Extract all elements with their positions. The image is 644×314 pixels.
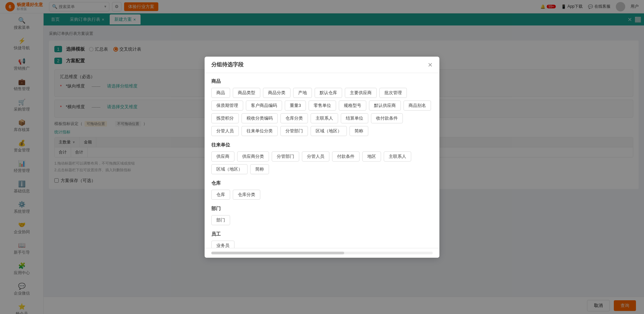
modal-section-department: 部门部门 xyxy=(211,206,433,225)
field-tag-product-22[interactable]: 分管部门 xyxy=(280,126,308,136)
field-tag-product-10[interactable]: 零售单位 xyxy=(309,101,336,111)
field-tag-product-20[interactable]: 分管人员 xyxy=(211,126,239,136)
modal-section-warehouse: 仓库仓库仓库分类 xyxy=(211,180,433,200)
field-tag-warehouse-1[interactable]: 仓库分类 xyxy=(233,190,260,200)
field-tag-product-15[interactable]: 税收分类编码 xyxy=(241,113,278,123)
field-grid-product: 商品商品类型商品分类产地默认仓库主要供应商批次管理保质期管理客户商品编码重量3零… xyxy=(211,88,433,136)
field-tag-product-13[interactable]: 商品别名 xyxy=(404,101,431,111)
modal-section-title-counterpart: 往来单位 xyxy=(211,142,433,148)
field-tag-product-7[interactable]: 保质期管理 xyxy=(211,101,243,111)
field-tag-product-0[interactable]: 商品 xyxy=(211,88,230,98)
modal-section-title-product: 商品 xyxy=(211,78,433,84)
modal-close-button[interactable]: ✕ xyxy=(428,61,433,69)
field-tag-product-6[interactable]: 批次管理 xyxy=(379,88,407,98)
field-grid-counterpart: 供应商供应商分类分管部门分管人员付款条件地区主联系人区域（地区）简称 xyxy=(211,151,433,174)
field-tag-product-9[interactable]: 重量3 xyxy=(285,101,306,111)
field-tag-counterpart-4[interactable]: 付款条件 xyxy=(332,151,360,162)
field-tag-counterpart-6[interactable]: 主联系人 xyxy=(384,151,411,162)
field-tag-product-5[interactable]: 主要供应商 xyxy=(345,88,377,98)
field-tag-product-8[interactable]: 客户商品编码 xyxy=(246,101,282,111)
field-tag-product-14[interactable]: 拣货积分 xyxy=(211,113,239,123)
field-tag-counterpart-0[interactable]: 供应商 xyxy=(211,151,234,162)
field-tag-product-24[interactable]: 简称 xyxy=(350,126,368,136)
modal-section-employee: 员工业务员 xyxy=(211,231,433,248)
field-tag-warehouse-0[interactable]: 仓库 xyxy=(211,190,230,200)
modal-header: 分组待选字段 ✕ xyxy=(205,57,439,73)
modal-section-title-department: 部门 xyxy=(211,206,433,212)
field-tag-product-16[interactable]: 仓库分类 xyxy=(280,113,308,123)
modal-section-title-employee: 员工 xyxy=(211,231,433,237)
field-tag-product-4[interactable]: 默认仓库 xyxy=(315,88,342,98)
field-grid-department: 部门 xyxy=(211,215,433,225)
field-tag-department-0[interactable]: 部门 xyxy=(211,215,230,225)
field-tag-product-18[interactable]: 结算单位 xyxy=(341,113,368,123)
field-tag-product-12[interactable]: 默认供应商 xyxy=(369,101,401,111)
field-tag-employee-0[interactable]: 业务员 xyxy=(211,241,234,248)
field-tag-product-11[interactable]: 规格型号 xyxy=(339,101,366,111)
field-grid-warehouse: 仓库仓库分类 xyxy=(211,190,433,200)
field-tag-counterpart-8[interactable]: 简称 xyxy=(250,164,269,174)
field-tag-counterpart-7[interactable]: 区域（地区） xyxy=(211,164,248,174)
field-tag-product-1[interactable]: 商品类型 xyxy=(233,88,260,98)
modal-title: 分组待选字段 xyxy=(211,61,244,68)
field-tag-product-21[interactable]: 往来单位分类 xyxy=(241,126,278,136)
modal-footer xyxy=(205,248,439,258)
modal-section-counterpart: 往来单位供应商供应商分类分管部门分管人员付款条件地区主联系人区域（地区）简称 xyxy=(211,142,433,174)
modal-overlay: 分组待选字段 ✕ 商品商品商品类型商品分类产地默认仓库主要供应商批次管理保质期管… xyxy=(0,0,644,314)
modal-section-title-warehouse: 仓库 xyxy=(211,180,433,186)
modal-dialog: 分组待选字段 ✕ 商品商品商品类型商品分类产地默认仓库主要供应商批次管理保质期管… xyxy=(205,57,439,258)
field-tag-counterpart-5[interactable]: 地区 xyxy=(362,151,381,162)
field-tag-counterpart-3[interactable]: 分管人员 xyxy=(302,151,329,162)
field-tag-product-2[interactable]: 商品分类 xyxy=(263,88,290,98)
modal-body[interactable]: 商品商品商品类型商品分类产地默认仓库主要供应商批次管理保质期管理客户商品编码重量… xyxy=(205,73,439,248)
field-tag-counterpart-1[interactable]: 供应商分类 xyxy=(237,151,269,162)
field-tag-product-17[interactable]: 主联系人 xyxy=(311,113,338,123)
field-tag-counterpart-2[interactable]: 分管部门 xyxy=(272,151,299,162)
field-grid-employee: 业务员 xyxy=(211,241,433,248)
field-tag-product-3[interactable]: 产地 xyxy=(293,88,312,98)
modal-section-product: 商品商品商品类型商品分类产地默认仓库主要供应商批次管理保质期管理客户商品编码重量… xyxy=(211,78,433,136)
field-tag-product-19[interactable]: 收付款条件 xyxy=(371,113,403,123)
field-tag-product-23[interactable]: 区域（地区） xyxy=(311,126,347,136)
